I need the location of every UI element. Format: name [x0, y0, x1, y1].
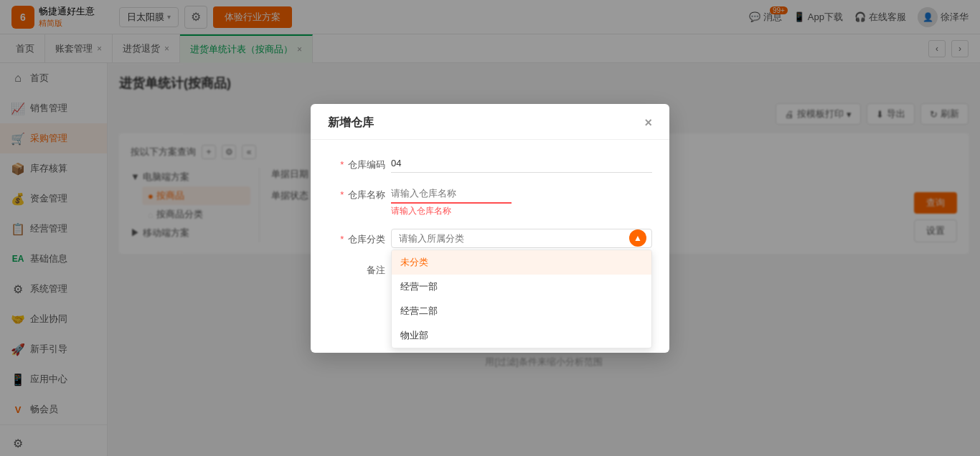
required-star-2: *: [340, 189, 344, 200]
dropdown-item-dept1-label: 经营一部: [400, 281, 438, 292]
category-dropdown: 未分类 经营一部 经营二部 物业部: [391, 250, 652, 348]
dropdown-item-property-label: 物业部: [400, 330, 428, 341]
dropdown-item-uncategorized-label: 未分类: [400, 257, 428, 267]
warehouse-code-label-text: 仓库编码: [348, 159, 385, 170]
dropdown-item-property[interactable]: 物业部: [392, 323, 651, 348]
remark-label: 备注: [328, 260, 385, 277]
warehouse-code-label: * 仓库编码: [328, 154, 385, 171]
warehouse-category-arrow[interactable]: ▲: [629, 229, 646, 247]
warehouse-category-select-wrap: ▲ 未分类 经营一部 经营二部 物业部: [391, 229, 652, 248]
required-star: *: [340, 159, 344, 170]
warehouse-category-label-text: 仓库分类: [348, 234, 385, 244]
warehouse-code-input[interactable]: [391, 154, 652, 173]
remark-label-text: 备注: [367, 265, 385, 275]
dropdown-item-dept1[interactable]: 经营一部: [392, 275, 651, 299]
dropdown-item-dept2-label: 经营二部: [400, 305, 438, 316]
warehouse-category-input[interactable]: [391, 229, 652, 248]
warehouse-name-input[interactable]: [391, 184, 512, 204]
warehouse-name-row: * 仓库名称 请输入仓库名称: [328, 184, 652, 217]
warehouse-category-label: * 仓库分类: [328, 229, 385, 246]
modal-close-button[interactable]: ×: [644, 115, 652, 130]
warehouse-name-label: * 仓库名称: [328, 184, 385, 201]
modal-header: 新增仓库 ×: [311, 104, 669, 140]
dropdown-item-dept2[interactable]: 经营二部: [392, 299, 651, 323]
dropdown-item-uncategorized[interactable]: 未分类: [392, 250, 651, 275]
warehouse-name-inner: * 仓库名称 请输入仓库名称: [328, 184, 512, 217]
modal-body: * 仓库编码 * 仓库名称 请输入仓库名称: [311, 140, 669, 291]
modal-overlay[interactable]: 新增仓库 × * 仓库编码 * 仓库名称: [0, 0, 980, 456]
warehouse-category-row: * 仓库分类 ▲ 未分类 经营一部 经营二部: [328, 229, 652, 248]
modal-title: 新增仓库: [328, 115, 374, 130]
modal-dialog: 新增仓库 × * 仓库编码 * 仓库名称: [311, 104, 669, 353]
required-star-3: *: [340, 234, 344, 244]
warehouse-name-error: 请输入仓库名称: [391, 205, 512, 217]
warehouse-code-row: * 仓库编码: [328, 154, 652, 173]
warehouse-name-wrap: 请输入仓库名称: [391, 184, 512, 217]
warehouse-name-label-text: 仓库名称: [348, 189, 385, 200]
